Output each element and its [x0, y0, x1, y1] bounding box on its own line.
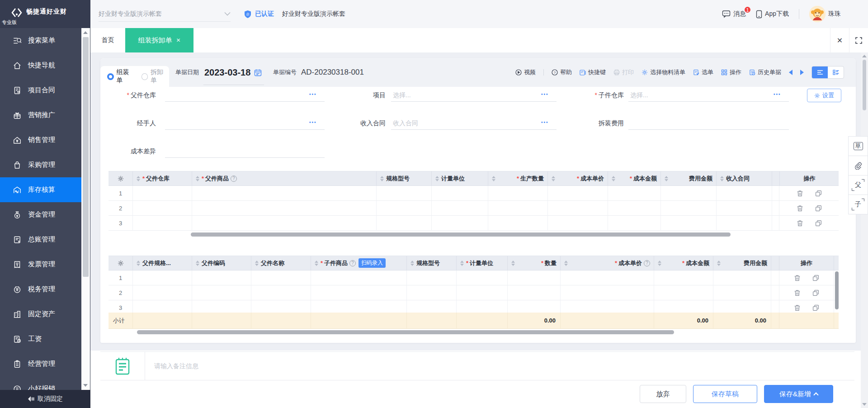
header-production-qty[interactable]: 生产数量	[488, 171, 548, 185]
shortcut-keys-button[interactable]: 快捷键	[580, 68, 606, 76]
scroll-down-icon[interactable]	[862, 403, 867, 406]
child-table-hscrollbar[interactable]	[137, 330, 674, 334]
sidebar-item-tax[interactable]: 税务管理	[0, 277, 81, 302]
discard-button[interactable]: 放弃	[640, 385, 686, 403]
sort-arrows-icon[interactable]	[196, 261, 199, 266]
sort-arrows-icon[interactable]	[137, 261, 140, 266]
copy-row-icon[interactable]	[812, 304, 819, 311]
header-child-item[interactable]: 子件商品扫码录入	[311, 256, 407, 270]
delete-row-icon[interactable]	[797, 190, 803, 197]
sort-arrows-icon[interactable]	[196, 176, 199, 181]
radio-disassembly[interactable]: 拆卸单	[142, 68, 170, 85]
calendar-icon[interactable]	[254, 69, 262, 76]
sidebar-item-project-contract[interactable]: 项目合同	[0, 78, 81, 103]
prev-arrow-icon[interactable]	[789, 70, 793, 75]
tab-assembly-order[interactable]: 组装拆卸单	[125, 28, 193, 52]
save-and-new-button[interactable]: 保存&新增	[764, 385, 833, 403]
sidebar-item-operations[interactable]: 经营管理	[0, 351, 81, 376]
content-scrollbar[interactable]	[861, 52, 868, 408]
draft-note-button[interactable]: 草	[848, 136, 868, 156]
operation-button[interactable]: 操作	[721, 68, 741, 76]
delete-row-icon[interactable]	[794, 275, 801, 281]
parent-item-tool-button[interactable]: 父	[848, 175, 868, 195]
assembly-fee-input[interactable]	[628, 116, 789, 130]
header-cost-amount[interactable]: 成本金额	[608, 171, 661, 185]
sort-arrows-icon[interactable]	[460, 261, 464, 266]
sidebar-scroll-thumb[interactable]	[83, 37, 89, 277]
header-parent-spec[interactable]: 父件规格...	[133, 256, 192, 270]
messages-button[interactable]: 消息 1	[722, 10, 746, 18]
tab-close-icon[interactable]	[176, 37, 180, 43]
card-view-button[interactable]	[828, 66, 844, 78]
app-download-button[interactable]: App下载	[756, 10, 789, 19]
copy-row-icon[interactable]	[812, 289, 819, 296]
parent-table-row[interactable]: 3	[108, 216, 839, 231]
sidebar-item-fixed-assets[interactable]: 固定资产	[0, 302, 81, 327]
sidebar-item-expense[interactable]: 小好报销	[0, 376, 81, 390]
scroll-down-icon[interactable]	[83, 384, 88, 387]
help-circle-icon[interactable]	[644, 260, 650, 266]
copy-row-icon[interactable]	[812, 275, 819, 281]
header-cost-price[interactable]: 成本单价	[548, 171, 608, 185]
help-button[interactable]: ? 帮助	[552, 68, 572, 76]
sort-arrows-icon[interactable]	[658, 261, 661, 266]
sidebar-item-payroll[interactable]: 工资	[0, 327, 81, 351]
video-button[interactable]: 视频	[515, 68, 536, 76]
help-circle-icon[interactable]	[349, 260, 356, 266]
sort-arrows-icon[interactable]	[552, 176, 555, 181]
parent-table-row[interactable]: 2	[108, 201, 839, 216]
child-item-tool-button[interactable]: 子	[848, 195, 868, 214]
header-unit[interactable]: 计量单位	[432, 171, 488, 185]
fullscreen-button[interactable]	[849, 28, 868, 52]
save-draft-button[interactable]: 保存草稿	[693, 385, 757, 403]
next-arrow-icon[interactable]	[800, 70, 804, 75]
copy-row-icon[interactable]	[815, 220, 822, 227]
child-table-row[interactable]: 2	[108, 285, 839, 300]
handler-more-icon[interactable]	[309, 120, 317, 125]
history-orders-button[interactable]: 历史单据	[749, 68, 781, 76]
user-profile[interactable]: 珠珠	[809, 6, 841, 22]
note-input[interactable]	[145, 352, 854, 380]
header-fee-amount[interactable]: 费用金额	[661, 171, 717, 185]
copy-row-icon[interactable]	[815, 205, 822, 212]
header-cost-price[interactable]: 成本单价	[561, 256, 654, 270]
cell-parent-warehouse[interactable]	[133, 186, 192, 200]
sort-arrows-icon[interactable]	[717, 261, 721, 266]
doc-date-value[interactable]: 2023-03-18	[204, 67, 250, 78]
header-parent-code[interactable]: 父件编码	[192, 256, 251, 270]
print-button[interactable]: 打印	[613, 68, 634, 76]
project-more-icon[interactable]	[541, 92, 549, 97]
delete-row-icon[interactable]	[794, 289, 801, 296]
tab-home[interactable]: 首页	[90, 28, 125, 52]
parent-warehouse-more-icon[interactable]	[309, 92, 317, 97]
delete-row-icon[interactable]	[797, 220, 803, 227]
select-order-button[interactable]: 选单	[693, 68, 713, 76]
help-circle-icon[interactable]	[231, 176, 237, 182]
parent-warehouse-input[interactable]	[165, 88, 325, 102]
sidebar-item-search-menu[interactable]: 搜索菜单	[0, 28, 81, 53]
sidebar-item-purchasing[interactable]: 采购管理	[0, 152, 81, 177]
close-page-button[interactable]	[830, 28, 849, 52]
scan-entry-button[interactable]: 扫码录入	[359, 258, 386, 268]
handler-input[interactable]	[165, 116, 325, 130]
child-table-row[interactable]: 1	[108, 270, 839, 285]
sidebar-item-inventory-accounting[interactable]: 库存核算	[0, 177, 81, 202]
select-bom-button[interactable]: 选择物料清单	[642, 68, 685, 76]
attachment-button[interactable]	[848, 156, 868, 176]
header-parent-warehouse[interactable]: 父件仓库	[133, 171, 192, 185]
sort-arrows-icon[interactable]	[720, 176, 724, 181]
sort-arrows-icon[interactable]	[410, 261, 414, 266]
delete-row-icon[interactable]	[797, 205, 803, 212]
sidebar-item-quick-nav[interactable]: 快捷导航	[0, 53, 81, 78]
sort-arrows-icon[interactable]	[435, 176, 439, 181]
child-table-row-clipped[interactable]: 3	[108, 300, 839, 313]
delete-row-icon[interactable]	[794, 304, 801, 311]
sort-arrows-icon[interactable]	[511, 261, 515, 266]
sort-arrows-icon[interactable]	[380, 176, 384, 181]
child-warehouse-more-icon[interactable]	[774, 92, 781, 97]
header-cost-amount[interactable]: 成本金额	[654, 256, 713, 270]
content-scroll-thumb[interactable]	[863, 60, 866, 110]
scroll-up-icon[interactable]	[83, 31, 88, 34]
header-unit[interactable]: 计量单位	[457, 256, 508, 270]
sidebar-item-marketing[interactable]: 营销推广	[0, 103, 81, 128]
